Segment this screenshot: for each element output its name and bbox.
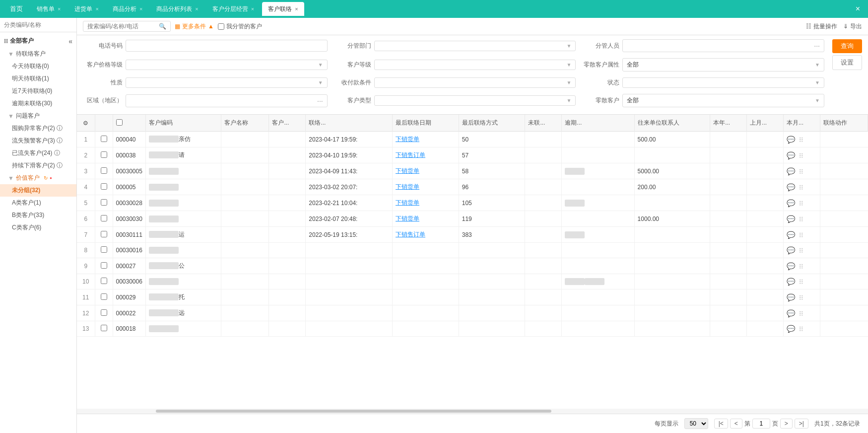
scrollbar-thumb[interactable]	[156, 410, 551, 413]
grid-action-icon[interactable]: ⁝⁝	[799, 262, 803, 270]
search-input[interactable]	[87, 23, 157, 30]
row-checkbox[interactable]	[101, 167, 107, 174]
sidebar-item-today[interactable]: 今天待联络(0)	[0, 60, 76, 72]
message-icon[interactable]: 💬	[787, 246, 795, 254]
nav-tab-sales[interactable]: 销售单 ×	[31, 2, 67, 16]
filter-select-gender[interactable]: ▼	[126, 77, 328, 88]
sidebar-item-ungroup[interactable]: 未分组(32)	[0, 184, 76, 197]
nav-tab-analysis-close[interactable]: ×	[139, 6, 142, 12]
filter-select-status[interactable]: ▼	[622, 77, 824, 88]
row-checkbox[interactable]	[101, 325, 107, 331]
row-checkbox[interactable]	[101, 199, 107, 206]
filter-select-region[interactable]: ···	[126, 94, 328, 107]
message-icon[interactable]: 💬	[787, 325, 795, 333]
row-checkbox[interactable]	[101, 262, 107, 269]
query-button[interactable]: 查询	[832, 39, 862, 53]
last-contact-method-link[interactable]: 下销货单	[396, 136, 419, 143]
row-checkbox[interactable]	[101, 215, 107, 221]
message-icon[interactable]: 💬	[787, 215, 795, 223]
sidebar-item-tomorrow[interactable]: 明天待联络(1)	[0, 72, 76, 85]
nav-tab-analysis-list[interactable]: 商品分析列表 ×	[150, 2, 204, 16]
nav-tab-analysis[interactable]: 商品分析 ×	[107, 2, 148, 16]
first-page-button[interactable]: |<	[714, 419, 728, 429]
sidebar-item-declining[interactable]: 持续下滑客户(2) ⓘ	[0, 159, 76, 172]
sidebar-item-a-class[interactable]: A类客户(1)	[0, 197, 76, 209]
last-page-button[interactable]: >|	[795, 419, 808, 429]
collapse-icon[interactable]: «	[68, 37, 72, 45]
grid-action-icon[interactable]: ⁝⁝	[799, 167, 803, 175]
nav-home[interactable]: 首页	[4, 4, 29, 13]
my-customers-checkbox[interactable]: 我分管的客户	[218, 22, 262, 31]
grid-action-icon[interactable]: ⁝⁝	[799, 325, 803, 333]
filter-select-payment[interactable]: ▼	[374, 77, 576, 88]
last-contact-method-link[interactable]: 下销售订单	[396, 231, 425, 238]
sidebar-item-churned[interactable]: 已流失客户(24) ⓘ	[0, 147, 76, 159]
row-checkbox[interactable]	[101, 231, 107, 237]
nav-tab-customer-layer-close[interactable]: ×	[251, 6, 254, 12]
filter-select-retail-attr[interactable]: 全部 ▼	[622, 58, 824, 72]
message-icon[interactable]: 💬	[787, 278, 795, 286]
grid-action-icon[interactable]: ⁝⁝	[799, 278, 803, 286]
select-all-checkbox[interactable]	[116, 119, 123, 126]
sidebar-search-input[interactable]	[4, 21, 77, 28]
sidebar-item-abnormal[interactable]: 囤购异常客户(2) ⓘ	[0, 122, 76, 135]
grid-action-icon[interactable]: ⁝⁝	[799, 293, 803, 301]
grid-action-icon[interactable]: ⁝⁝	[799, 246, 803, 254]
sidebar-item-overdue[interactable]: 逾期未联络(30)	[0, 97, 76, 110]
sidebar-item-c-class[interactable]: C类客户(6)	[0, 221, 76, 234]
last-contact-method-link[interactable]: 下销货单	[396, 215, 419, 222]
message-icon[interactable]: 💬	[787, 151, 795, 159]
table-settings-th[interactable]: ⚙	[77, 115, 95, 132]
row-checkbox[interactable]	[101, 278, 107, 284]
row-checkbox[interactable]	[101, 293, 107, 300]
batch-op-button[interactable]: ☷ 批量操作	[806, 22, 837, 31]
filter-select-person[interactable]: ···	[622, 39, 824, 52]
nav-tab-customer-layer[interactable]: 客户分层经营 ×	[206, 2, 260, 16]
search-icon[interactable]: 🔍	[159, 23, 166, 30]
grid-action-icon[interactable]: ⁝⁝	[799, 136, 803, 144]
sidebar-all-customers[interactable]: ⁝⁝ 全部客户 «	[0, 34, 76, 48]
my-customers-check[interactable]	[218, 23, 224, 30]
grid-action-icon[interactable]: ⁝⁝	[799, 309, 803, 317]
message-icon[interactable]: 💬	[787, 183, 795, 191]
filter-select-customer-level[interactable]: ▼	[374, 60, 576, 70]
nav-tab-purchase-close[interactable]: ×	[95, 6, 98, 12]
page-size-select[interactable]: 50	[684, 418, 708, 429]
row-checkbox[interactable]	[101, 309, 107, 316]
last-contact-method-link[interactable]: 下销货单	[396, 199, 419, 206]
page-number-input[interactable]	[752, 419, 770, 429]
filter-select-price-level[interactable]: ▼	[126, 60, 328, 70]
filter-select-retail-customer[interactable]: 全部 ▼	[622, 94, 824, 107]
row-checkbox[interactable]	[101, 151, 107, 158]
more-filter-button[interactable]: ▦ 更多条件 ▲	[175, 22, 214, 31]
message-icon[interactable]: 💬	[787, 262, 795, 270]
row-checkbox[interactable]	[101, 136, 107, 142]
nav-tab-analysis-list-close[interactable]: ×	[195, 6, 198, 12]
message-icon[interactable]: 💬	[787, 167, 795, 175]
grid-action-icon[interactable]: ⁝⁝	[799, 215, 803, 223]
last-contact-method-link[interactable]: 下销售订单	[396, 151, 425, 158]
message-icon[interactable]: 💬	[787, 293, 795, 301]
last-contact-method-link[interactable]: 下销货单	[396, 167, 419, 174]
refresh-icon[interactable]: ↻	[44, 175, 48, 181]
grid-action-icon[interactable]: ⁝⁝	[799, 151, 803, 159]
sidebar-item-b-class[interactable]: B类客户(33)	[0, 209, 76, 221]
grid-action-icon[interactable]: ⁝⁝	[799, 183, 803, 191]
message-icon[interactable]: 💬	[787, 309, 795, 317]
grid-action-icon[interactable]: ⁝⁝	[799, 199, 803, 207]
message-icon[interactable]: 💬	[787, 231, 795, 239]
grid-action-icon[interactable]: ⁝⁝	[799, 231, 803, 239]
last-contact-method-link[interactable]: 下销货单	[396, 183, 419, 190]
prev-page-button[interactable]: <	[730, 419, 742, 429]
filter-select-type[interactable]: ▼	[374, 95, 576, 106]
reset-button[interactable]: 设置	[832, 55, 862, 70]
horizontal-scrollbar[interactable]	[77, 409, 868, 414]
nav-tab-customer-contact[interactable]: 客户联络 ×	[262, 2, 304, 16]
nav-tab-customer-contact-close[interactable]: ×	[295, 6, 298, 12]
sidebar-item-churn-warning[interactable]: 流失预警客户(3) ⓘ	[0, 135, 76, 147]
sidebar-group-pending[interactable]: ▼ 待联络客户	[0, 48, 76, 60]
nav-tab-purchase[interactable]: 进货单 ×	[68, 2, 104, 16]
filter-select-dept[interactable]: ▼	[374, 41, 576, 51]
close-all-tabs-button[interactable]: ×	[852, 4, 864, 13]
row-checkbox[interactable]	[101, 246, 107, 253]
